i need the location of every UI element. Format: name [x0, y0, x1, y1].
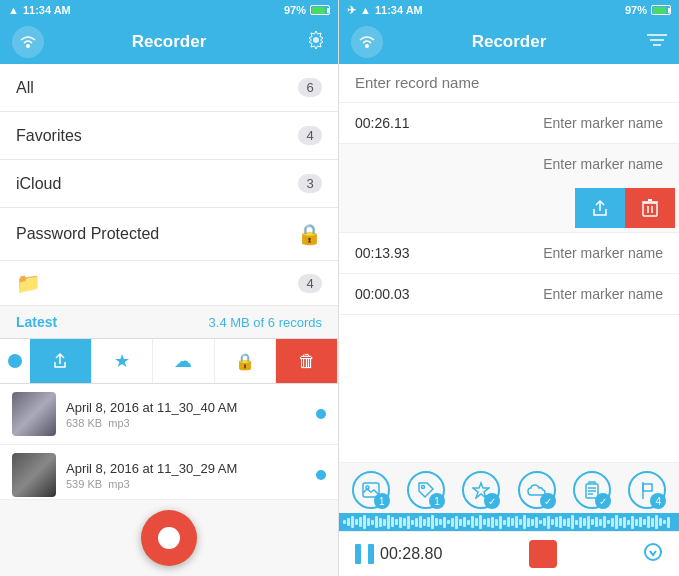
svg-point-1 [313, 37, 319, 43]
tag-icon[interactable]: 1 [407, 471, 445, 509]
record-btn-row [0, 499, 338, 576]
bottom-icon-clipboard[interactable]: ✓ [573, 471, 611, 509]
lock-toolbar-btn[interactable]: 🔒 [215, 339, 277, 383]
record-info-2: April 8, 2016 at 11_30_29 AM 539 KB mp3 [66, 461, 306, 490]
left-status-right: 97% [284, 4, 330, 16]
list-item[interactable]: April 8, 2016 at 11_30_29 AM 539 KB mp3 [0, 445, 338, 499]
svg-point-2 [365, 44, 369, 48]
svg-point-13 [421, 486, 424, 489]
bottom-icon-star[interactable]: ✓ [462, 471, 500, 509]
record-list: April 8, 2016 at 11_30_40 AM 638 KB mp3 … [0, 384, 338, 499]
pause-button[interactable] [355, 544, 374, 564]
marker-name-input-3[interactable] [430, 245, 663, 261]
tag-badge: 1 [429, 493, 445, 509]
bottom-icon-image[interactable]: 1 [352, 471, 390, 509]
marker-name-input-1[interactable] [430, 115, 663, 131]
record-info-1: April 8, 2016 at 11_30_40 AM 638 KB mp3 [66, 400, 306, 429]
marker-item-4[interactable]: 00:00.03 [339, 274, 679, 315]
cloud-toolbar-btn[interactable]: ☁ [153, 339, 215, 383]
left-time: 11:34 AM [23, 4, 71, 16]
right-nav-bar: Recorder [339, 20, 679, 64]
left-nav-bar: Recorder [0, 20, 338, 64]
marker-delete-btn[interactable] [625, 188, 675, 228]
svg-point-19 [645, 544, 661, 560]
record-thumb-2 [12, 453, 56, 497]
markers-list: 00:26.11 00:13.93 00:00.0 [339, 103, 679, 462]
right-battery-icon [651, 5, 671, 15]
battery-icon [310, 5, 330, 15]
wifi-circle-icon[interactable] [12, 26, 44, 58]
left-status-left: ▲ 11:34 AM [8, 4, 71, 16]
image-badge: 1 [374, 493, 390, 509]
cloud-bottom-icon[interactable]: ✓ [518, 471, 556, 509]
toolbar-row: ★ ☁ 🔒 🗑 [0, 338, 338, 384]
playback-controls: 00:28.80 [339, 531, 679, 576]
flag-icon[interactable]: 4 [628, 471, 666, 509]
list-item[interactable]: April 8, 2016 at 11_30_40 AM 638 KB mp3 [0, 384, 338, 445]
playback-left: 00:28.80 [355, 544, 442, 564]
left-status-bar: ▲ 11:34 AM 97% [0, 0, 338, 20]
right-nav-title: Recorder [472, 32, 547, 52]
right-signal: 97% [625, 4, 647, 16]
record-dot-2 [316, 470, 326, 480]
record-dot-1 [316, 409, 326, 419]
record-name-header [339, 64, 679, 103]
clipboard-badge: ✓ [595, 493, 611, 509]
menu-item-folder[interactable]: 📁 4 [0, 261, 338, 306]
latest-header: Latest 3.4 MB of 6 records [0, 306, 338, 338]
marker-item-1[interactable]: 00:26.11 [339, 103, 679, 144]
left-panel: ▲ 11:34 AM 97% Recorder [0, 0, 339, 576]
marker-name-input-4[interactable] [430, 286, 663, 302]
bottom-icon-cloud[interactable]: ✓ [518, 471, 556, 509]
delete-toolbar-btn[interactable]: 🗑 [276, 339, 338, 383]
left-signal: 97% [284, 4, 306, 16]
flag-badge: 4 [650, 493, 666, 509]
share-toolbar-btn[interactable] [30, 339, 92, 383]
wifi-icon: ▲ [8, 4, 19, 16]
menu-item-icloud[interactable]: iCloud 3 [0, 160, 338, 208]
star-toolbar-btn[interactable]: ★ [92, 339, 154, 383]
clipboard-icon[interactable]: ✓ [573, 471, 611, 509]
svg-rect-6 [643, 203, 657, 216]
waveform-row[interactable] [339, 513, 679, 531]
marker-share-btn[interactable] [575, 188, 625, 228]
lock-icon: 🔒 [297, 222, 322, 246]
bottom-icon-tag[interactable]: 1 [407, 471, 445, 509]
toolbar-dot [8, 354, 22, 368]
waveform [339, 515, 679, 529]
marker-item-2[interactable] [339, 144, 679, 233]
settings-icon[interactable] [306, 30, 326, 54]
cloud-badge: ✓ [540, 493, 556, 509]
menu-list: All 6 Favorites 4 iCloud 3 Password Prot… [0, 64, 338, 306]
folder-icon: 📁 [16, 271, 41, 295]
bottom-icons-row: 1 1 ✓ [339, 462, 679, 513]
airplane-icon: ✈ [347, 4, 356, 17]
star-badge: ✓ [484, 493, 500, 509]
down-arrow-icon[interactable] [643, 542, 663, 567]
marker-item-3[interactable]: 00:13.93 [339, 233, 679, 274]
right-status-right: 97% [625, 4, 671, 16]
record-button[interactable] [141, 510, 197, 566]
menu-item-favorites[interactable]: Favorites 4 [0, 112, 338, 160]
marker-name-input-2[interactable] [420, 156, 663, 172]
right-status-bar: ✈ ▲ 11:34 AM 97% [339, 0, 679, 20]
record-thumb-1 [12, 392, 56, 436]
record-button-inner [158, 527, 180, 549]
menu-item-all[interactable]: All 6 [0, 64, 338, 112]
left-nav-title: Recorder [132, 32, 207, 52]
menu-item-password-protected[interactable]: Password Protected 🔒 [0, 208, 338, 261]
right-wifi-circle-icon[interactable] [351, 26, 383, 58]
image-icon[interactable]: 1 [352, 471, 390, 509]
right-wifi-icon: ▲ [360, 4, 371, 16]
star-bottom-icon[interactable]: ✓ [462, 471, 500, 509]
record-name-input[interactable] [355, 74, 663, 91]
right-status-left: ✈ ▲ 11:34 AM [347, 4, 423, 17]
stop-button[interactable] [529, 540, 557, 568]
right-panel: ✈ ▲ 11:34 AM 97% Recorder [339, 0, 679, 576]
right-time: 11:34 AM [375, 4, 423, 16]
playback-time: 00:28.80 [380, 545, 442, 563]
bottom-icon-flag[interactable]: 4 [628, 471, 666, 509]
svg-point-0 [26, 44, 30, 48]
filter-icon[interactable] [647, 33, 667, 51]
